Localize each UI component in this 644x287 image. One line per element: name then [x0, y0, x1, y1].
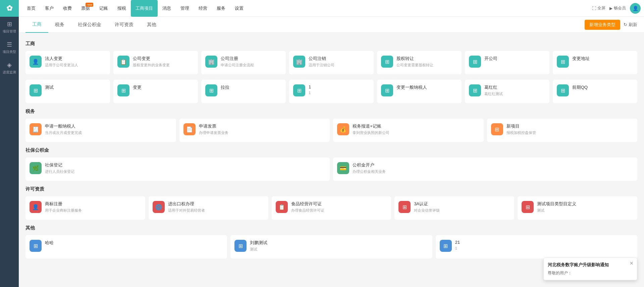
- card-info-food-license: 食品经营许可证 办理食品经营许可证: [291, 201, 387, 213]
- card-apply-invoice[interactable]: 📄 申请发票 办理申请发票业务: [179, 119, 330, 142]
- card-new-project[interactable]: ⊞ 新项目 报税加税控盘保管: [487, 119, 638, 142]
- card-info-twenty-one: 21 1: [455, 240, 633, 250]
- subnav-tax[interactable]: 税务: [48, 17, 71, 33]
- avatar-icon: 👤: [633, 6, 638, 11]
- card-import-export[interactable]: 🌐 进出口权办理 适用于对外贸易经营者: [149, 196, 268, 220]
- card-change-general-tax[interactable]: ⊞ 变更一般纳税人: [377, 80, 462, 103]
- nav-customer[interactable]: 客户: [40, 0, 58, 17]
- add-type-button[interactable]: 新增业务类型: [585, 20, 620, 30]
- subnav-social[interactable]: 社保公积金: [71, 17, 108, 33]
- fullscreen-btn[interactable]: ⛶ 全屏: [592, 5, 605, 11]
- card-desc: 1: [455, 246, 633, 250]
- subnav-other[interactable]: 其他: [140, 17, 163, 33]
- card-name: 测试: [45, 84, 106, 90]
- card-icon-trademark-register: 👤: [30, 201, 42, 213]
- card-test-type-define[interactable]: ⊞ 测试项目类型目定义 测试: [518, 196, 637, 220]
- card-apply-general-tax[interactable]: 🧾 申请一般纳税人 当月或次月成变更完成: [25, 119, 176, 142]
- card-liupeng-test[interactable]: ⊞ 刘鹏测试 测试: [230, 235, 432, 259]
- card-icon-import-export: 🌐: [153, 201, 165, 213]
- card-3a-cert[interactable]: ⊞ 3A认证 对企业信誉评级: [394, 196, 514, 220]
- card-desc: 用于企业商标注册服务: [45, 208, 141, 213]
- card-open-company[interactable]: ⊞ 开公司: [465, 51, 549, 74]
- nav-message[interactable]: 消息: [158, 0, 176, 17]
- sidebar-logo[interactable]: ✿: [0, 0, 19, 17]
- industry-card-grid-2: ⊞ 测试 ⊞ 变更 ⊞ 拉拉 ⊞: [25, 80, 637, 103]
- nav-billing[interactable]: 收费: [58, 0, 76, 17]
- card-name: 哈哈: [45, 240, 223, 246]
- card-icon-new-project: ⊞: [491, 123, 503, 135]
- card-info-tax-report-accounting: 税务报道+记账 拿到营业执照的新公司: [353, 123, 480, 135]
- notification-close-button[interactable]: ✕: [630, 261, 634, 266]
- card-name: 食品经营许可证: [291, 201, 387, 207]
- card-company-register[interactable]: 🏢 公司注册 申请公司注册全流程: [201, 51, 286, 74]
- member-btn[interactable]: ▶ 畅会员: [609, 5, 626, 11]
- nav-badge-new: new: [86, 3, 93, 7]
- card-name: 1: [309, 84, 370, 89]
- card-haha[interactable]: ⊞ 哈哈: [25, 235, 227, 259]
- card-change[interactable]: ⊞ 变更: [113, 80, 198, 103]
- section-title-other: 其他: [25, 225, 637, 231]
- card-name: 新项目: [506, 123, 634, 129]
- section-title-industry: 工商: [25, 41, 637, 47]
- card-desc: 测试: [537, 208, 633, 213]
- card-change-address[interactable]: ⊞ 变更地址: [553, 51, 637, 74]
- card-info-company-cancel: 公司注销 适用于注销公司: [309, 56, 370, 67]
- card-company-change[interactable]: 📋 公司变更 股权变更外的业务变更: [113, 51, 198, 74]
- card-trademark-register[interactable]: 👤 商标注册 用于企业商标注册服务: [25, 196, 145, 220]
- card-icon-provident-fund: 💳: [337, 162, 349, 174]
- card-name: 商标注册: [45, 201, 141, 207]
- subnav-license[interactable]: 许可资质: [108, 17, 140, 33]
- card-desc: 申请公司注册全流程: [221, 63, 282, 67]
- card-desc: 办理公积金相关业务: [353, 169, 633, 174]
- nav-tax[interactable]: 报税: [113, 0, 131, 17]
- card-name: 3A认证: [414, 201, 510, 207]
- fullscreen-icon: ⛶: [592, 6, 596, 11]
- card-food-license[interactable]: 📋 食品经营许可证 办理食品经营许可证: [272, 196, 391, 220]
- card-icon-company-register: 🏢: [205, 56, 217, 68]
- card-name: 法人变更: [45, 56, 106, 62]
- nav-service[interactable]: 服务: [212, 0, 230, 17]
- card-provident-fund[interactable]: 💳 公积金开户 办理公积金相关业务: [333, 157, 637, 181]
- card-test[interactable]: ⊞ 测试: [25, 80, 110, 103]
- topnav-right: ⛶ 全屏 ▶ 畅会员 👤: [592, 3, 641, 14]
- nav-home[interactable]: 首页: [22, 0, 40, 17]
- sidebar-item-progress-monitor[interactable]: ◈ 进度监测: [0, 58, 19, 78]
- nav-industry[interactable]: 工商项目: [131, 0, 158, 17]
- card-info-equity-transfer: 股权转让 公司变更需要股权转让: [396, 56, 458, 67]
- sidebar-item-project-manage[interactable]: ⊞ 项目管理: [0, 17, 19, 37]
- refresh-button[interactable]: ↻ 刷新: [624, 22, 637, 28]
- nav-settings[interactable]: 设置: [230, 0, 248, 17]
- card-social-register[interactable]: 🌿 社保登记 进行人员社保登记: [25, 157, 330, 181]
- card-desc: 适用于对外贸易经营者: [168, 208, 264, 213]
- sidebar-item-project-type[interactable]: ☰ 项目类型: [0, 37, 19, 58]
- card-name: 申请发票: [199, 123, 326, 129]
- card-name: 公司变更: [133, 56, 194, 62]
- card-early-qq[interactable]: ⊞ 前期QQ: [553, 80, 637, 103]
- member-label: 畅会员: [614, 5, 626, 11]
- card-equity-transfer[interactable]: ⊞ 股权转让 公司变更需要股权转让: [377, 51, 462, 74]
- nav-operation[interactable]: 经营: [194, 0, 212, 17]
- card-gehonghong[interactable]: ⊞ 葛红红 葛红红测试: [465, 80, 549, 103]
- card-twenty-one[interactable]: ⊞ 21 1: [436, 235, 637, 259]
- nav-accounting[interactable]: 记账: [95, 0, 113, 17]
- card-info-haha: 哈哈: [45, 240, 223, 247]
- nav-manage[interactable]: 管理: [176, 0, 194, 17]
- card-icon-change: ⊞: [117, 84, 129, 96]
- subnav: 工商 税务 社保公积金 许可资质 其他 新增业务类型 ↻ 刷新: [19, 17, 644, 33]
- avatar[interactable]: 👤: [630, 3, 641, 14]
- notification-popup: ✕ 河北税务数字账户升级影响通知 尊敬的用户：: [543, 258, 637, 280]
- card-company-cancel[interactable]: 🏢 公司注销 适用于注销公司: [289, 51, 374, 74]
- subnav-industry[interactable]: 工商: [25, 17, 48, 33]
- card-icon-test: ⊞: [30, 84, 42, 96]
- card-tax-report-accounting[interactable]: 💰 税务报道+记账 拿到营业执照的新公司: [333, 119, 484, 142]
- card-info-apply-general-tax: 申请一般纳税人 当月或次月成变更完成: [45, 123, 172, 135]
- nav-invoice[interactable]: 票据 new: [76, 0, 95, 17]
- card-lala[interactable]: ⊞ 拉拉: [201, 80, 286, 103]
- card-legal-change[interactable]: 👤 法人变更 适用于公司变更法人: [25, 51, 110, 74]
- card-name: 变更: [133, 84, 194, 90]
- sidebar: ✿ ⊞ 项目管理 ☰ 项目类型 ◈ 进度监测: [0, 0, 19, 287]
- card-one[interactable]: ⊞ 1 1: [289, 80, 374, 103]
- card-icon-food-license: 📋: [276, 201, 288, 213]
- card-desc: 适用于注销公司: [309, 63, 370, 67]
- project-type-icon: ☰: [5, 41, 13, 49]
